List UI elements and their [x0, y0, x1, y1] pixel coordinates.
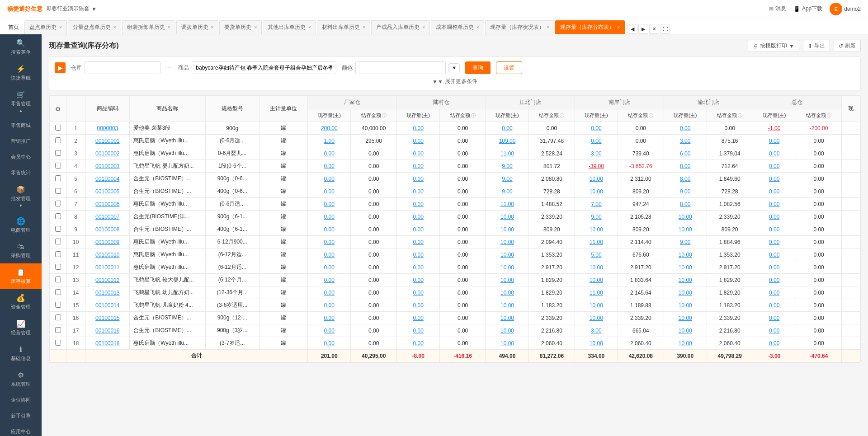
cell-yb-qty: 10.00: [664, 299, 707, 312]
goods-input[interactable]: [192, 61, 336, 74]
nav-close-all-button[interactable]: ×: [649, 24, 659, 34]
cell-lv-qty: 0.00: [397, 122, 440, 135]
sidebar-item-retail-shop[interactable]: 零售商城: [0, 117, 42, 133]
sidebar-item-retail[interactable]: 🛒 零售管理 ▲: [0, 86, 42, 117]
close-icon[interactable]: ×: [308, 25, 311, 30]
cell-total-qty: 0.00: [753, 274, 796, 286]
sidebar-item-operation[interactable]: 📈 经营管理: [0, 315, 42, 341]
nav-prev-button[interactable]: ◀: [627, 24, 637, 34]
sidebar-item-quick[interactable]: ⚡ 快捷导航: [0, 60, 42, 86]
cell-checkbox[interactable]: [50, 173, 66, 185]
cell-checkbox[interactable]: [50, 198, 66, 211]
tab-assembly[interactable]: 组装拆卸单历史 ×: [122, 20, 175, 34]
sidebar-item-stock[interactable]: 📋 库存核算: [0, 263, 42, 289]
cell-checkbox[interactable]: [50, 122, 66, 135]
close-icon[interactable]: ×: [422, 25, 425, 30]
tab-product-in[interactable]: 产成品入库单历史 ×: [371, 20, 430, 34]
tab-inventory2[interactable]: 分量盘点单历史 ×: [68, 20, 121, 34]
sidebar-item-marketing[interactable]: 营销推广: [0, 133, 42, 149]
color-input[interactable]: [355, 61, 446, 74]
topbar-dropdown[interactable]: 母婴行业演示陈套 ▼: [46, 5, 97, 13]
filter-expand-button[interactable]: ▶: [55, 62, 66, 73]
sidebar-item-finance[interactable]: 💰 资金管理: [0, 289, 42, 315]
tab-other-out[interactable]: 其他出库单历史 ×: [263, 20, 316, 34]
sidebar-item-purchase[interactable]: 🛍 采购管理: [0, 238, 42, 263]
cell-jb-amt: 801.72: [529, 160, 575, 173]
cell-checkbox[interactable]: [50, 324, 66, 337]
cell-checkbox[interactable]: [50, 185, 66, 198]
color-dropdown-icon[interactable]: ▼: [448, 63, 460, 72]
sidebar-item-ecommerce[interactable]: 🌐 电商管理: [0, 212, 42, 238]
sidebar-item-retail-stats[interactable]: 零售统计: [0, 165, 42, 181]
close-icon[interactable]: ×: [617, 25, 620, 30]
close-icon[interactable]: ×: [113, 25, 116, 30]
tab-stock-dist[interactable]: 现存量（库存分布表） ×: [555, 20, 625, 34]
export-button[interactable]: ⬆ 导出: [803, 40, 830, 52]
cell-checkbox[interactable]: [50, 223, 66, 236]
cell-yb-amt: 1,379.04: [707, 147, 753, 160]
tab-material-out[interactable]: 材料出库单历史 ×: [317, 20, 370, 34]
user-avatar-area[interactable]: E demo2: [830, 3, 861, 15]
sidebar-item-search[interactable]: 🔍 搜索英单: [0, 34, 42, 60]
cell-checkbox[interactable]: [50, 299, 66, 312]
sidebar-item-wholesale[interactable]: 📦 批发管理 ▼: [0, 181, 42, 212]
system-icon: ⚙: [18, 371, 24, 380]
cell-checkbox[interactable]: [50, 160, 66, 173]
total-lv-amt: -416.16: [440, 350, 486, 362]
cell-index: 10: [66, 236, 85, 248]
cell-jb-amt: 2,339.20: [529, 211, 575, 223]
page-header: 现存量查询(库存分布) 🖨 按模版打印 ▼ ⬆ 导出 ↺ 刷新: [49, 40, 861, 52]
close-icon[interactable]: ×: [363, 25, 365, 30]
close-icon[interactable]: ×: [476, 25, 479, 30]
close-icon[interactable]: ×: [254, 25, 257, 30]
close-icon[interactable]: ×: [211, 25, 214, 30]
cell-checkbox[interactable]: [50, 135, 66, 147]
tab-purchase[interactable]: 要货单历史 ×: [219, 20, 262, 34]
topbar-right: ✉ 消息 📱 App下载 E demo2: [769, 3, 861, 15]
nav-next-button[interactable]: ▶: [638, 24, 648, 34]
expand-more-button[interactable]: ▼▼ 展开更多条件: [432, 78, 477, 85]
cell-checkbox[interactable]: [50, 248, 66, 261]
cell-lv-amt: 0.00: [440, 223, 486, 236]
close-icon[interactable]: ×: [59, 25, 62, 30]
app-download-button[interactable]: 📱 App下载: [793, 5, 822, 13]
tab-stock-status[interactable]: 现存量（库存状况表） ×: [485, 20, 555, 34]
settings-icon[interactable]: ⚙: [53, 104, 62, 113]
cell-yb-qty: 10.00: [664, 274, 707, 286]
cell-checkbox[interactable]: [50, 236, 66, 248]
tab-transfer[interactable]: 调拨单历史 ×: [176, 20, 219, 34]
query-button[interactable]: 查询: [465, 61, 491, 74]
print-button[interactable]: 🖨 按模版打印 ▼: [748, 40, 799, 52]
warehouse-dots[interactable]: ···: [163, 64, 173, 72]
sidebar-item-member[interactable]: 会员中心: [0, 149, 42, 165]
cell-extra: [842, 286, 860, 299]
refresh-button[interactable]: ↺ 刷新: [834, 40, 861, 52]
cell-checkbox[interactable]: [50, 337, 66, 350]
sidebar-item-guide[interactable]: 新手引导: [0, 408, 42, 424]
cell-checkbox[interactable]: [50, 274, 66, 286]
table-row: 10 00100009 惠氏启脑（Wyeth illu... 6-12月900.…: [50, 236, 860, 248]
message-button[interactable]: ✉ 消息: [769, 5, 786, 13]
cell-checkbox[interactable]: [50, 286, 66, 299]
cell-extra: [842, 185, 860, 198]
cell-jb-qty: 10.00: [486, 274, 528, 286]
tab-home[interactable]: 首页: [4, 20, 24, 34]
cell-checkbox[interactable]: [50, 211, 66, 223]
setting-button[interactable]: 设置: [496, 61, 522, 74]
cell-unit: 罐: [259, 261, 307, 274]
close-icon[interactable]: ×: [547, 25, 550, 30]
sidebar-item-corp[interactable]: 企业协同: [0, 392, 42, 408]
cell-checkbox[interactable]: [50, 312, 66, 324]
tab-inventory[interactable]: 盘点单历史 ×: [24, 20, 67, 34]
warehouse-input[interactable]: [85, 61, 160, 74]
tab-cost-adj[interactable]: 成本调整单历史 ×: [431, 20, 484, 34]
nav-arrows: ◀ ▶ × ⛶: [627, 24, 670, 34]
sidebar-item-basic[interactable]: ℹ 基础信息: [0, 341, 42, 366]
cell-jb-qty: 9.00: [486, 185, 528, 198]
sidebar-item-apps[interactable]: 应用中心: [0, 424, 42, 436]
cell-checkbox[interactable]: [50, 261, 66, 274]
sidebar-item-system[interactable]: ⚙ 系统管理: [0, 366, 42, 392]
close-icon[interactable]: ×: [168, 25, 170, 30]
nav-expand-button[interactable]: ⛶: [660, 24, 670, 34]
cell-checkbox[interactable]: [50, 147, 66, 160]
